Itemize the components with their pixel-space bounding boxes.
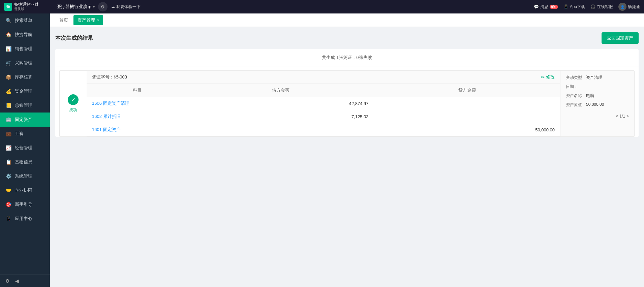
success-label: 成功 <box>69 107 77 113</box>
sidebar-label-app-center: 应用中心 <box>15 216 32 222</box>
tab-bar: 首页 资产管理 × <box>50 13 644 27</box>
fixed-assets-icon: 🏢 <box>5 117 11 122</box>
basic-info-icon: 📋 <box>5 159 11 165</box>
main-layout: 🔍 搜索菜单 🏠 快捷导航 📊 销售管理 🛒 采购管理 📦 库存核算 💰 资金管… <box>0 13 644 287</box>
sidebar-label-fixed-assets: 固定资产 <box>15 117 32 123</box>
sidebar-label-basic-info: 基础信息 <box>15 159 32 165</box>
online-service-button[interactable]: 🎧 在线客服 <box>590 4 613 10</box>
purchase-icon: 🛒 <box>5 60 11 66</box>
success-circle-icon: ✓ <box>68 94 79 105</box>
voucher-header: 凭证字号：记-003 ✏ 修改 <box>87 71 560 84</box>
sidebar-item-sales[interactable]: 📊 销售管理 <box>0 42 50 56</box>
result-summary: 共生成 1张凭证，0张失败 <box>55 49 639 66</box>
pagination-prev[interactable]: < <box>616 114 618 119</box>
sidebar-item-purchase[interactable]: 🛒 采购管理 <box>0 56 50 70</box>
cloud-icon: ☁ <box>111 4 115 9</box>
return-button[interactable]: 返回固定资产 <box>602 32 639 44</box>
page-title: 本次生成的结果 <box>55 35 93 42</box>
inventory-icon: 📦 <box>5 74 11 80</box>
sidebar-item-guide[interactable]: 🎯 新手引导 <box>0 197 50 212</box>
ledger-icon: 📒 <box>5 103 11 108</box>
change-type-label: 变动类型： <box>566 75 586 81</box>
sidebar-label-guide: 新手引导 <box>15 201 32 208</box>
sidebar-label-purchase: 采购管理 <box>15 60 32 66</box>
phone-icon: 📱 <box>563 4 569 9</box>
sidebar-item-quick-nav[interactable]: 🏠 快捷导航 <box>0 28 50 42</box>
guide-icon: 🎯 <box>5 202 11 207</box>
table-row: 1606 固定资产清理 42,874.97 <box>87 97 560 110</box>
original-value-label: 资产原值： <box>566 102 586 108</box>
pagination-info: 1/1 <box>619 114 625 119</box>
tab-active-label: 资产管理 <box>78 17 95 23</box>
col-header-credit: 贷方金额 <box>374 84 560 97</box>
sidebar-label-ledger: 总账管理 <box>15 102 32 108</box>
pagination-next[interactable]: > <box>626 114 629 119</box>
sidebar-item-ledger[interactable]: 📒 总账管理 <box>0 98 50 113</box>
user-name: 畅捷通 <box>628 4 640 10</box>
table-row: 1601 固定资产 50,000.00 <box>87 123 560 136</box>
asset-name-label: 资产名称： <box>566 93 586 99</box>
edit-icon: ✏ <box>541 75 545 80</box>
online-service-label: 在线客服 <box>597 4 613 10</box>
tab-close-button[interactable]: × <box>97 18 99 22</box>
sidebar-item-payroll[interactable]: 💼 工资 <box>0 127 50 141</box>
change-type-value: 资产清理 <box>586 75 602 81</box>
sidebar-label-inventory: 库存核算 <box>15 74 32 80</box>
sidebar-item-system[interactable]: ⚙️ 系统管理 <box>0 169 50 183</box>
voucher-info-panel: 变动类型： 资产清理 日期： 资产名称： 电脑 资产原值： <box>560 71 634 136</box>
content-area: 首页 资产管理 × 本次生成的结果 返回固定资产 共生成 1张凭证，0张失败 ✓ <box>50 13 644 287</box>
sidebar-item-inventory[interactable]: 📦 库存核算 <box>0 70 50 84</box>
app-download-button[interactable]: 📱 App下载 <box>563 4 585 10</box>
sidebar-item-operations[interactable]: 📈 经营管理 <box>0 141 50 155</box>
page-content: 本次生成的结果 返回固定资产 共生成 1张凭证，0张失败 ✓ 成功 凭证 <box>50 27 644 287</box>
edit-label: 修改 <box>546 74 555 80</box>
headset-icon: 🎧 <box>590 4 595 9</box>
date-label: 日期： <box>566 84 586 90</box>
sidebar-item-app-center[interactable]: 📱 应用中心 <box>0 212 50 226</box>
debit-amount-1606: 42,874.97 <box>193 101 369 106</box>
col-header-subject: 科目 <box>87 84 188 97</box>
edit-button[interactable]: ✏ 修改 <box>541 74 555 80</box>
sidebar-label-payroll: 工资 <box>15 131 24 137</box>
gear-bottom-icon[interactable]: ⚙ <box>5 278 10 284</box>
tab-asset-management[interactable]: 资产管理 × <box>73 15 103 25</box>
messages-button[interactable]: 💬 消息 99+ <box>534 4 558 10</box>
system-icon: ⚙️ <box>5 173 11 179</box>
voucher-section: ✓ 成功 凭证字号：记-003 ✏ 修改 <box>59 70 635 137</box>
sidebar-item-enterprise[interactable]: 🤝 企业协同 <box>0 183 50 197</box>
sidebar-label-system: 系统管理 <box>15 173 32 179</box>
debit-amount-1602: 7,125.03 <box>193 114 369 119</box>
account-link-1606[interactable]: 1606 固定资产清理 <box>92 101 129 106</box>
sidebar-item-funds[interactable]: 💰 资金管理 <box>0 84 50 98</box>
sidebar-item-fixed-assets[interactable]: 🏢 固定资产 <box>0 113 50 127</box>
avatar: 👤 <box>618 3 626 11</box>
header-middle: 医疗器械行业演示 ▾ ⚙ ☁ 我要体验一下 <box>54 2 534 11</box>
settings-button[interactable]: ⚙ <box>98 2 108 11</box>
pagination[interactable]: < 1/1 > <box>566 111 629 119</box>
app-center-icon: 📱 <box>5 216 11 221</box>
account-link-1602[interactable]: 1602 累计折旧 <box>92 114 121 119</box>
logo-area: 畅 畅捷通好业财 普及版 <box>4 2 54 11</box>
credit-amount-1601: 50,000.00 <box>379 127 555 132</box>
account-link-1601[interactable]: 1601 固定资产 <box>92 127 121 132</box>
voucher-number: 凭证字号：记-003 <box>92 74 127 80</box>
table-row: 1602 累计折旧 7,125.03 <box>87 110 560 123</box>
app-download-label: App下载 <box>570 4 585 10</box>
voucher-main: 凭证字号：记-003 ✏ 修改 科目 借方金额 贷 <box>87 71 560 136</box>
collapse-icon[interactable]: ◀ <box>15 278 19 284</box>
company-select[interactable]: 医疗器械行业演示 ▾ <box>57 4 95 10</box>
tab-home[interactable]: 首页 <box>55 15 72 25</box>
sidebar-label-enterprise: 企业协同 <box>15 187 32 193</box>
message-icon: 💬 <box>534 4 539 9</box>
logo-subtitle: 普及版 <box>14 7 38 11</box>
sidebar-item-basic-info[interactable]: 📋 基础信息 <box>0 155 50 169</box>
search-icon: 🔍 <box>5 18 11 23</box>
user-area[interactable]: 👤 畅捷通 <box>618 3 640 11</box>
date-row: 日期： <box>566 84 629 90</box>
sidebar-item-search[interactable]: 🔍 搜索菜单 <box>0 13 50 28</box>
operations-icon: 📈 <box>5 145 11 151</box>
header-right: 💬 消息 99+ 📱 App下载 🎧 在线客服 👤 畅捷通 <box>534 3 640 11</box>
company-name: 医疗器械行业演示 <box>57 4 92 10</box>
experience-button[interactable]: ☁ 我要体验一下 <box>111 4 141 10</box>
sales-icon: 📊 <box>5 46 11 52</box>
